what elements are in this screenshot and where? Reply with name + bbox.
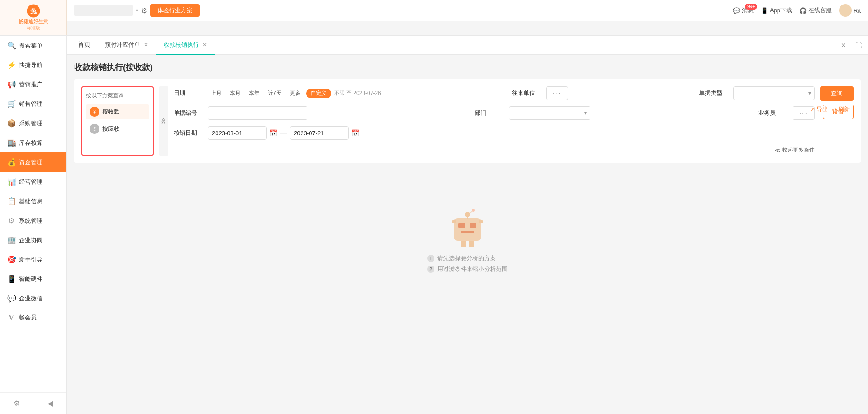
sidebar-item-sales[interactable]: 🛒 销售管理	[0, 94, 66, 114]
sidebar-settings-button[interactable]: ⚙	[10, 397, 24, 409]
sidebar-item-marketing[interactable]: 📢 营销推广	[0, 75, 66, 94]
filter-scheme-title: 按以下方案查询	[86, 92, 149, 100]
basic-info-icon: 📋	[7, 197, 15, 205]
writeoff-date-start-cal-icon[interactable]: 📅	[269, 129, 277, 137]
writeoff-date-range: 📅 — 📅	[208, 126, 359, 140]
bill-type-select[interactable]	[733, 86, 815, 100]
user-name-right: Rit	[854, 7, 861, 14]
bill-type-label: 单据类型	[699, 89, 726, 97]
sidebar: 🔍 搜索菜单 ⚡ 快捷导航 📢 营销推广 🛒 销售管理 📦 采购管理 🏬 库存核…	[0, 36, 67, 414]
user-profile[interactable]: Rit	[839, 4, 861, 17]
online-service-label: 在线客服	[808, 6, 832, 14]
collapse-more-button[interactable]: ≪ 收起更多条件	[775, 146, 815, 154]
tab-receipt[interactable]: 收款核销执行 ✕	[156, 36, 215, 55]
department-label: 部门	[475, 109, 502, 117]
query-button[interactable]: 查询	[820, 86, 854, 101]
topbar: ▾ ⚙ 体验行业方案 💬 消息 99+ 📱 App下载 🎧 在线客服 Rit	[67, 0, 868, 21]
sidebar-item-guide[interactable]: 🎯 新手引导	[0, 250, 66, 269]
date-range-display: 不限 至 2023-07-26	[334, 90, 381, 97]
tab-receipt-close[interactable]: ✕	[202, 41, 208, 49]
empty-illustration	[440, 205, 495, 250]
filter-option-by-receivable[interactable]: ⏱ 按应收	[86, 121, 149, 137]
tab-prepay-label: 预付冲应付单	[105, 41, 140, 49]
marketing-icon: 📢	[7, 80, 15, 89]
sidebar-item-system[interactable]: ⚙ 系统管理	[0, 211, 66, 230]
date-btn-this-month[interactable]: 本月	[227, 89, 243, 98]
date-btn-last-month[interactable]: 上月	[208, 89, 224, 98]
collapse-more-label: 收起更多条件	[782, 146, 815, 154]
export-button[interactable]: ↗ 导出	[810, 105, 828, 114]
date-btn-this-year[interactable]: 本年	[246, 89, 262, 98]
sidebar-item-basic-info[interactable]: 📋 基础信息	[0, 191, 66, 211]
sidebar-item-purchase[interactable]: 📦 采购管理	[0, 114, 66, 133]
page-top-actions: ↗ 导出 ↺ 刷新	[810, 105, 850, 114]
sidebar-item-operation[interactable]: 📊 经营管理	[0, 172, 66, 191]
dropdown-icon[interactable]: ▾	[136, 7, 138, 14]
sidebar-label: 新手引导	[19, 256, 42, 264]
sidebar-item-wechat[interactable]: 💬 企业微信	[0, 289, 66, 308]
member-icon: V	[7, 314, 15, 322]
tab-close-all-icon[interactable]: ✕	[838, 40, 849, 51]
date-btn-more[interactable]: 更多	[287, 89, 303, 98]
tab-home[interactable]: 首页	[71, 36, 98, 55]
sidebar-item-enterprise[interactable]: 🏢 企业协同	[0, 230, 66, 250]
counterparty-label: 往来单位	[512, 89, 539, 97]
counterparty-input[interactable]: ···	[546, 86, 568, 100]
app-logo: 兔	[26, 4, 41, 18]
sales-icon: 🛒	[7, 100, 15, 108]
app-name: 畅捷通好生意	[19, 18, 48, 25]
filter-option-by-receipt[interactable]: ¥ 按收款	[86, 104, 149, 119]
filter-row-1: 日期 上月 本月 本年 近7天 更多 自定义 不限 至 2023-07-26	[174, 86, 815, 100]
svg-rect-9	[469, 241, 474, 247]
message-button[interactable]: 💬 消息 99+	[733, 6, 754, 14]
sidebar-collapse-button[interactable]: ◀	[44, 397, 57, 409]
tab-home-label: 首页	[78, 41, 90, 49]
by-receivable-icon: ⏱	[90, 124, 99, 134]
online-service-button[interactable]: 🎧 在线客服	[799, 6, 832, 14]
date-range-dash: —	[280, 129, 287, 137]
date-btn-7days[interactable]: 近7天	[265, 89, 284, 98]
department-select[interactable]	[509, 106, 590, 120]
sidebar-item-quick-nav[interactable]: ⚡ 快捷导航	[0, 55, 66, 75]
filter-actions: 查询 设置	[820, 86, 854, 156]
page-content: 收款核销执行(按收款) ↗ 导出 ↺ 刷新 按以下方案	[67, 55, 868, 414]
date-btn-custom[interactable]: 自定义	[306, 89, 331, 98]
svg-text:兔: 兔	[30, 7, 37, 14]
scheme-collapse-button[interactable]: ≪	[159, 86, 168, 156]
page-wrapper: 收款核销执行(按收款) ↗ 导出 ↺ 刷新 按以下方案	[74, 62, 861, 309]
tab-expand-icon[interactable]: ⛶	[853, 40, 864, 51]
gear-icon[interactable]: ⚙	[141, 6, 147, 15]
service-icon: 🎧	[799, 7, 807, 14]
sidebar-label: 采购管理	[19, 119, 42, 128]
writeoff-date-label: 核销日期	[174, 129, 201, 137]
bill-no-input[interactable]	[208, 106, 307, 120]
tip-1-text: 请先选择要分析的方案	[437, 254, 496, 262]
tab-prepay-close[interactable]: ✕	[143, 41, 149, 49]
username-display[interactable]	[74, 5, 133, 16]
sidebar-bottom: ⚙ ◀	[0, 392, 66, 414]
sidebar-item-funds[interactable]: 💰 资金管理	[0, 152, 66, 172]
trial-button[interactable]: 体验行业方案	[150, 4, 200, 17]
tip-1-num: 1	[427, 255, 434, 262]
app-download-button[interactable]: 📱 App下载	[761, 6, 792, 14]
svg-rect-7	[479, 220, 483, 223]
sidebar-item-inventory[interactable]: 🏬 库存核算	[0, 133, 66, 152]
filter-section: 按以下方案查询 ¥ 按收款 ⏱ 按应收 ≪	[74, 79, 861, 163]
date-label: 日期	[174, 89, 201, 97]
writeoff-date-end-cal-icon[interactable]: 📅	[351, 129, 359, 137]
by-receipt-icon: ¥	[90, 107, 99, 117]
writeoff-date-start-input[interactable]	[208, 126, 267, 140]
svg-rect-8	[461, 241, 466, 247]
sidebar-item-smart-hw[interactable]: 📱 智能硬件	[0, 269, 66, 289]
filter-scheme-panel: 按以下方案查询 ¥ 按收款 ⏱ 按应收	[81, 86, 154, 156]
sidebar-label: 营销推广	[19, 81, 42, 89]
smart-hw-icon: 📱	[7, 275, 15, 283]
sidebar-item-member[interactable]: V 畅会员	[0, 308, 66, 327]
sidebar-item-search-menu[interactable]: 🔍 搜索菜单	[0, 36, 66, 55]
empty-state: 1 请先选择要分析的方案 2 用过滤条件来缩小分析范围	[74, 168, 861, 309]
svg-rect-6	[452, 220, 456, 223]
salesperson-label: 业务员	[758, 109, 785, 117]
refresh-button[interactable]: ↺ 刷新	[832, 105, 850, 114]
writeoff-date-end-input[interactable]	[290, 126, 349, 140]
tab-prepay[interactable]: 预付冲应付单 ✕	[98, 36, 156, 55]
